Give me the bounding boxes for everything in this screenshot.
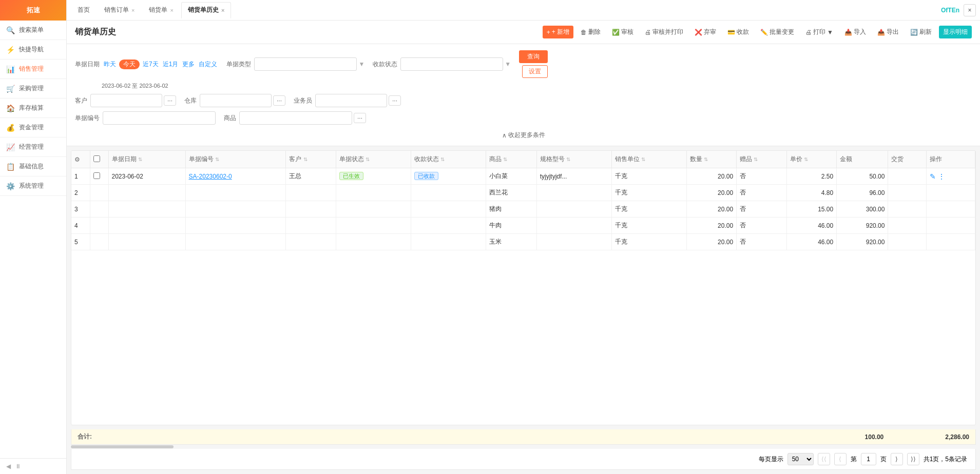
- cell-checkbox[interactable]: [90, 185, 108, 201]
- date-shortcut-custom[interactable]: 自定义: [198, 60, 218, 69]
- print-button[interactable]: 🖨 打印 ▼: [801, 26, 837, 38]
- date-shortcut-today[interactable]: 今天: [119, 60, 140, 69]
- cell-gift: 否: [737, 218, 787, 234]
- warehouse-input[interactable]: [200, 94, 272, 107]
- tab-sales-history[interactable]: 销货单历史 ×: [181, 2, 231, 18]
- tab-sales-history-close[interactable]: ×: [221, 7, 224, 13]
- th-checkbox[interactable]: [90, 151, 108, 168]
- tab-home[interactable]: 首页: [71, 2, 97, 18]
- next-page-button[interactable]: ⟩: [891, 453, 903, 465]
- cell-goods: 玉米: [486, 234, 536, 250]
- salesperson-dots-button[interactable]: ···: [389, 95, 401, 106]
- date-shortcut-yesterday[interactable]: 昨天: [103, 60, 117, 69]
- doc-type-input[interactable]: [254, 57, 357, 71]
- th-doc-status[interactable]: 单据状态 ⇅: [336, 151, 411, 168]
- scrollbar-thumb[interactable]: [71, 445, 174, 448]
- tab-sales-delivery[interactable]: 销货单 ×: [142, 2, 180, 18]
- date-shortcut-7days[interactable]: 近7天: [142, 60, 160, 69]
- collapse-filter-button[interactable]: ∧ 收起更多条件: [75, 129, 972, 142]
- th-amount[interactable]: 金额: [837, 151, 888, 168]
- cell-price: 4.80: [786, 185, 837, 201]
- show-detail-button[interactable]: 显示明细: [939, 26, 972, 38]
- first-page-button[interactable]: ⟨⟨: [818, 453, 830, 465]
- sidebar-item-basic-info[interactable]: 📋 基础信息: [0, 157, 66, 176]
- approve-print-label: 审核并打印: [652, 28, 683, 36]
- new-button[interactable]: + + 新增: [543, 26, 573, 38]
- th-delivery[interactable]: 交货: [888, 151, 927, 168]
- th-settings[interactable]: ⚙: [71, 151, 90, 168]
- horizontal-scrollbar[interactable]: [71, 445, 976, 449]
- tab-sales-delivery-close[interactable]: ×: [170, 7, 173, 13]
- window-close-button[interactable]: ×: [964, 4, 976, 16]
- import-button[interactable]: 📥 导入: [840, 26, 870, 38]
- cell-checkbox[interactable]: [90, 168, 108, 185]
- customer-input[interactable]: [90, 94, 162, 107]
- th-price[interactable]: 单价 ⇅: [786, 151, 837, 168]
- edit-action-button[interactable]: ✎: [930, 172, 936, 181]
- cell-goods: 猪肉: [486, 201, 536, 218]
- row-checkbox[interactable]: [93, 172, 100, 179]
- sidebar-item-search[interactable]: 🔍 搜索菜单: [0, 21, 66, 40]
- th-goods[interactable]: 商品 ⇅: [486, 151, 536, 168]
- refresh-button[interactable]: 🔄 刷新: [906, 26, 936, 38]
- th-spec[interactable]: 规格型号 ⇅: [536, 151, 611, 168]
- cell-checkbox[interactable]: [90, 218, 108, 234]
- th-doc-no[interactable]: 单据编号 ⇅: [185, 151, 286, 168]
- sidebar-item-sales[interactable]: 📊 销售管理: [0, 60, 66, 79]
- inventory-icon: 🏠: [6, 104, 15, 112]
- pay-status-dropdown-icon[interactable]: ▼: [505, 61, 511, 68]
- th-customer[interactable]: 客户 ⇅: [286, 151, 336, 168]
- sidebar-item-system[interactable]: ⚙️ 系统管理: [0, 176, 66, 196]
- doc-type-dropdown-icon[interactable]: ▼: [358, 61, 364, 68]
- last-page-button[interactable]: ⟩⟩: [907, 453, 919, 465]
- th-unit[interactable]: 销售单位 ⇅: [611, 151, 686, 168]
- th-qty[interactable]: 数量 ⇅: [686, 151, 737, 168]
- setting-button[interactable]: 设置: [522, 65, 548, 78]
- customer-dots-button[interactable]: ···: [164, 95, 176, 106]
- th-pay-status[interactable]: 收款状态 ⇅: [411, 151, 486, 168]
- approve-button[interactable]: ✅ 审核: [608, 26, 638, 38]
- cell-delivery: [888, 201, 927, 218]
- receive-button[interactable]: 💳 收款: [723, 26, 753, 38]
- sidebar-item-finance[interactable]: 💰 资金管理: [0, 118, 66, 137]
- sidebar-item-operations[interactable]: 📈 经营管理: [0, 137, 66, 157]
- sidebar-item-label: 经营管理: [19, 143, 44, 151]
- sidebar-item-inventory[interactable]: 🏠 库存核算: [0, 98, 66, 118]
- delete-button[interactable]: 🗑 删除: [577, 26, 605, 38]
- export-button[interactable]: 📤 导出: [873, 26, 903, 38]
- tab-sales-order[interactable]: 销售订单 ×: [98, 2, 141, 18]
- salesperson-input[interactable]: [315, 94, 387, 107]
- sidebar-bottom[interactable]: ◀ ⏸: [0, 458, 66, 474]
- th-gift[interactable]: 赠品 ⇅: [737, 151, 787, 168]
- select-all-checkbox[interactable]: [93, 155, 100, 162]
- footer-qty-total: 100.00: [865, 433, 884, 441]
- quick-nav-icon: ⚡: [6, 46, 15, 54]
- goods-label: 商品: [224, 114, 236, 123]
- batch-change-button[interactable]: ✏️ 批量变更: [756, 26, 798, 38]
- doc-no-link[interactable]: SA-20230602-0: [189, 173, 232, 180]
- sidebar-logo: 拓速: [0, 0, 66, 21]
- sidebar-item-purchase[interactable]: 🛒 采购管理: [0, 79, 66, 98]
- goods-input[interactable]: [239, 111, 352, 125]
- cell-checkbox[interactable]: [90, 234, 108, 250]
- approve-print-button[interactable]: 🖨 审核并打印: [641, 26, 687, 38]
- doc-no-input[interactable]: [103, 111, 216, 125]
- cell-checkbox[interactable]: [90, 201, 108, 218]
- page-input[interactable]: [861, 453, 876, 465]
- sidebar-item-quick-nav[interactable]: ⚡ 快捷导航: [0, 40, 66, 60]
- abandon-button[interactable]: ❌ 弃审: [690, 26, 720, 38]
- goods-dots-button[interactable]: ···: [354, 113, 366, 123]
- th-date[interactable]: 单据日期 ⇅: [108, 151, 185, 168]
- more-action-button[interactable]: ⋮: [938, 172, 945, 181]
- query-button[interactable]: 查询: [519, 50, 548, 63]
- tab-sales-order-close[interactable]: ×: [131, 7, 134, 13]
- pay-status-input[interactable]: [400, 57, 503, 71]
- page-size-select[interactable]: 50 100 200: [787, 453, 814, 465]
- warehouse-dots-button[interactable]: ···: [273, 95, 285, 106]
- sort-icon: ⇅: [138, 156, 142, 162]
- date-shortcut-more[interactable]: 更多: [181, 60, 196, 69]
- date-filter-group: 单据日期 昨天 今天 近7天 近1月 更多 自定义: [75, 60, 218, 69]
- cell-doc_no: [185, 218, 286, 234]
- date-shortcut-1month[interactable]: 近1月: [162, 60, 180, 69]
- prev-page-button[interactable]: ⟨: [834, 453, 847, 465]
